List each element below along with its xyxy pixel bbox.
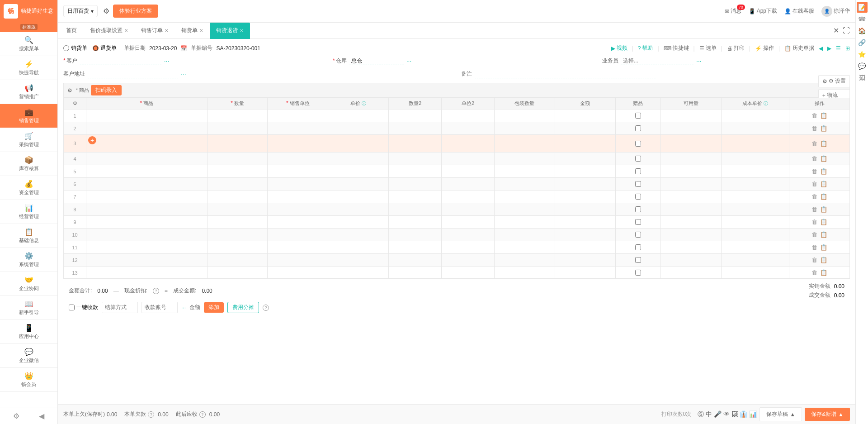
- sale-unit-cell-6[interactable]: [268, 178, 328, 191]
- gift-cell-1[interactable]: [615, 110, 660, 122]
- table-gear-icon[interactable]: ⚙: [67, 87, 72, 94]
- qty-cell-3[interactable]: [207, 135, 268, 152]
- goods-cell-10[interactable]: [86, 229, 208, 241]
- goods-cell-7[interactable]: [86, 191, 208, 203]
- tab-sale-return[interactable]: 销货退货 ✕: [210, 23, 250, 39]
- sidebar-item-member[interactable]: 👑畅会员: [0, 368, 57, 392]
- scan-btn[interactable]: 扫码录入: [91, 85, 122, 95]
- sidebar-item-search[interactable]: 🔍搜索菜单: [0, 32, 57, 56]
- toolbar-operate[interactable]: ⚡ 操作: [755, 44, 774, 52]
- delete-icon-4[interactable]: 🗑: [811, 155, 817, 162]
- unit2-cell-7[interactable]: [442, 191, 495, 203]
- gift-checkbox-13[interactable]: [635, 270, 641, 276]
- rp-home-icon[interactable]: 🏠: [857, 25, 868, 36]
- sidebar-collapse-btn[interactable]: ◀: [39, 412, 44, 420]
- pack-qty-cell-8[interactable]: [495, 203, 555, 216]
- footer-icon-s[interactable]: Ⓢ: [698, 410, 704, 419]
- gift-cell-11[interactable]: [615, 241, 660, 254]
- sale-unit-cell-12[interactable]: [268, 254, 328, 267]
- qty2-cell-5[interactable]: [388, 165, 441, 178]
- save-new-btn[interactable]: 保存&新增 ▲: [805, 408, 850, 421]
- gift-cell-2[interactable]: [615, 122, 660, 135]
- gift-checkbox-5[interactable]: [635, 168, 641, 174]
- delete-icon-13[interactable]: 🗑: [811, 269, 817, 276]
- gift-cell-5[interactable]: [615, 165, 660, 178]
- gift-checkbox-7[interactable]: [635, 194, 641, 200]
- qty-cell-13[interactable]: [207, 267, 268, 279]
- account-input[interactable]: 收款账号: [142, 302, 178, 313]
- unit2-cell-2[interactable]: [442, 122, 495, 135]
- amount-cell-11[interactable]: [555, 241, 615, 254]
- sale-unit-cell-11[interactable]: [268, 241, 328, 254]
- rp-phone-icon[interactable]: ☎: [857, 14, 868, 24]
- gift-checkbox-11[interactable]: [635, 244, 641, 250]
- delete-icon-9[interactable]: 🗑: [811, 219, 817, 225]
- unit-price-cell-7[interactable]: [328, 191, 389, 203]
- goods-cell-13[interactable]: [86, 267, 208, 279]
- sidebar-settings-btn[interactable]: ⚙: [13, 412, 19, 420]
- warehouse-input[interactable]: [349, 57, 404, 65]
- footer-help-3[interactable]: ?: [199, 411, 206, 418]
- gift-checkbox-6[interactable]: [635, 181, 641, 187]
- amount-cell-6[interactable]: [555, 178, 615, 191]
- sidebar-item-operation[interactable]: 📊经营管理: [0, 200, 57, 224]
- copy-icon-5[interactable]: 📋: [820, 168, 827, 175]
- available-cell-6[interactable]: [660, 178, 721, 191]
- gift-checkbox-10[interactable]: [635, 232, 641, 238]
- amount-cell-13[interactable]: [555, 267, 615, 279]
- sidebar-item-purchase[interactable]: 🛒采购管理: [0, 128, 57, 152]
- unit2-cell-10[interactable]: [442, 229, 495, 241]
- amount-cell-3[interactable]: [555, 135, 615, 152]
- pack-qty-cell-3[interactable]: [495, 135, 555, 152]
- unit2-cell-4[interactable]: [442, 152, 495, 165]
- footer-icon-eye[interactable]: 👁: [723, 410, 730, 419]
- sidebar-item-app[interactable]: 📱应用中心: [0, 320, 57, 344]
- warehouse-dots[interactable]: ···: [406, 57, 412, 65]
- cost-price-cell-13[interactable]: [721, 267, 789, 279]
- delete-icon-3[interactable]: 🗑: [811, 140, 817, 147]
- unit2-cell-1[interactable]: [442, 110, 495, 122]
- rp-link-icon[interactable]: 🔗: [857, 37, 868, 48]
- tab-sale-order-close[interactable]: ✕: [165, 28, 168, 33]
- sale-unit-cell-7[interactable]: [268, 191, 328, 203]
- unit-price-cell-10[interactable]: [328, 229, 389, 241]
- amount-cell-8[interactable]: [555, 203, 615, 216]
- toolbar-shortcut[interactable]: ⌨ 快捷键: [664, 44, 689, 52]
- pack-qty-cell-5[interactable]: [495, 165, 555, 178]
- app-download-btn[interactable]: 📱 App下载: [749, 7, 777, 15]
- add-row-btn[interactable]: +: [88, 136, 96, 144]
- available-cell-1[interactable]: [660, 110, 721, 122]
- gift-cell-10[interactable]: [615, 229, 660, 241]
- available-cell-9[interactable]: [660, 216, 721, 229]
- fy-help-icon[interactable]: ?: [263, 305, 269, 311]
- available-cell-7[interactable]: [660, 191, 721, 203]
- copy-icon-9[interactable]: 📋: [820, 219, 827, 225]
- gift-cell-3[interactable]: [615, 135, 660, 152]
- gift-cell-13[interactable]: [615, 267, 660, 279]
- qty2-cell-3[interactable]: [388, 135, 441, 152]
- sale-unit-cell-1[interactable]: [268, 110, 328, 122]
- qty-cell-4[interactable]: [207, 152, 268, 165]
- unit-price-cell-2[interactable]: [328, 122, 389, 135]
- delete-icon-6[interactable]: 🗑: [811, 181, 817, 187]
- footer-icon-chart[interactable]: 📊: [749, 410, 757, 419]
- cost-price-cell-1[interactable]: [721, 110, 789, 122]
- unit-price-cell-1[interactable]: [328, 110, 389, 122]
- delete-icon-8[interactable]: 🗑: [811, 206, 817, 213]
- amount-cell-10[interactable]: [555, 229, 615, 241]
- unit2-cell-12[interactable]: [442, 254, 495, 267]
- tab-sale-out[interactable]: 销货单 ✕: [175, 23, 210, 39]
- onepay-checkbox[interactable]: [69, 305, 75, 310]
- calendar-icon[interactable]: 📅: [180, 45, 187, 52]
- amount-cell-7[interactable]: [555, 191, 615, 203]
- unit2-cell-5[interactable]: [442, 165, 495, 178]
- goods-input-3[interactable]: [124, 144, 169, 151]
- toolbar-history[interactable]: 📋 历史单据: [784, 44, 814, 52]
- customer-input[interactable]: [80, 57, 161, 65]
- delete-icon-12[interactable]: 🗑: [811, 257, 817, 263]
- cost-price-cell-6[interactable]: [721, 178, 789, 191]
- qty-cell-8[interactable]: [207, 203, 268, 216]
- rp-chat-icon[interactable]: 💬: [857, 61, 868, 71]
- qty-cell-12[interactable]: [207, 254, 268, 267]
- add-btn[interactable]: 添加: [204, 302, 224, 313]
